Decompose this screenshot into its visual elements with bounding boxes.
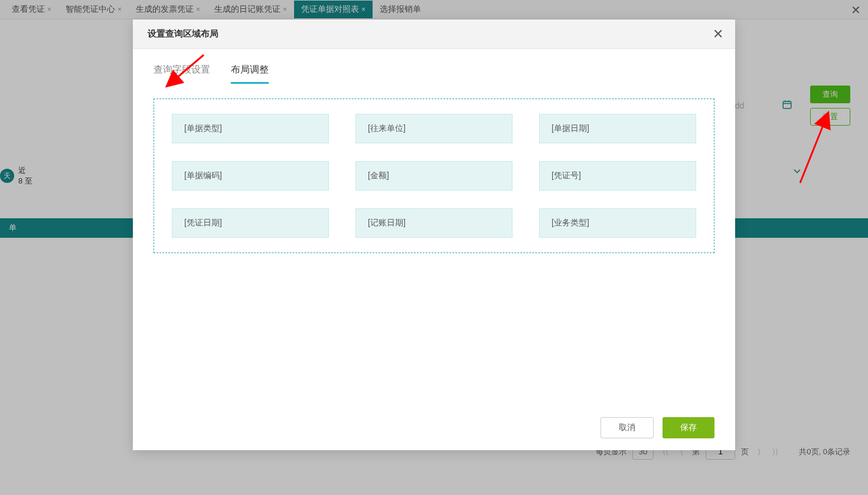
modal-title: 设置查询区域布局 <box>148 28 218 40</box>
tab-layout-adjust[interactable]: 布局调整 <box>231 64 269 84</box>
modal-footer: 取消 保存 <box>133 408 735 450</box>
save-button[interactable]: 保存 <box>663 417 714 438</box>
layout-item-voucher-no[interactable]: [凭证号] <box>539 161 696 191</box>
layout-settings-modal: 设置查询区域布局 ✕ 查询字段设置 布局调整 [单据类型] [往来单位] [单据… <box>133 19 735 450</box>
close-icon[interactable]: ✕ <box>713 27 723 42</box>
layout-item-doc-date[interactable]: [单据日期] <box>539 114 696 143</box>
modal-header: 设置查询区域布局 ✕ <box>133 19 735 49</box>
layout-item-biz-type[interactable]: [业务类型] <box>539 208 696 238</box>
layout-item-amount[interactable]: [金额] <box>355 161 513 191</box>
modal-body: 查询字段设置 布局调整 [单据类型] [往来单位] [单据日期] [单据编码] … <box>133 49 735 408</box>
layout-item-doc-code[interactable]: [单据编码] <box>172 161 329 191</box>
cancel-button[interactable]: 取消 <box>601 417 654 438</box>
modal-overlay: 设置查询区域布局 ✕ 查询字段设置 布局调整 [单据类型] [往来单位] [单据… <box>0 0 868 495</box>
layout-grid: [单据类型] [往来单位] [单据日期] [单据编码] [金额] [凭证号] [… <box>154 99 714 253</box>
layout-item-voucher-date[interactable]: [凭证日期] <box>172 208 329 238</box>
layout-item-bookkeep-date[interactable]: [记账日期] <box>355 208 513 238</box>
tab-query-fields[interactable]: 查询字段设置 <box>154 64 210 84</box>
layout-item-partner[interactable]: [往来单位] <box>355 114 513 143</box>
modal-tabs: 查询字段设置 布局调整 <box>154 64 714 84</box>
layout-item-doc-type[interactable]: [单据类型] <box>172 114 329 143</box>
